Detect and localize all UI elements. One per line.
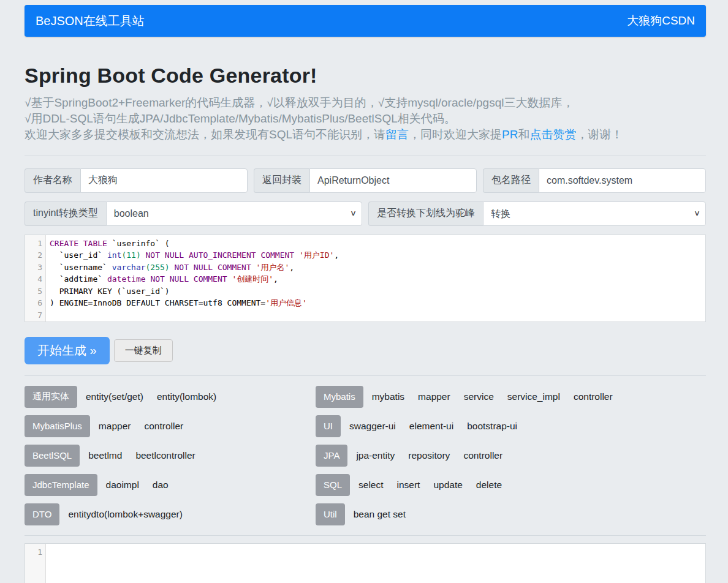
template-link[interactable]: insert xyxy=(397,480,420,491)
line-number: 3 xyxy=(25,261,42,274)
code-token: , xyxy=(334,250,339,260)
template-link[interactable]: service_impl xyxy=(507,391,560,402)
template-link[interactable]: mapper xyxy=(99,421,131,432)
code-token: , xyxy=(289,263,294,272)
description-text: ，同时欢迎大家提 xyxy=(409,128,502,141)
code-line: ) ENGINE=InnoDB DEFAULT CHARSET=utf8 COM… xyxy=(50,297,705,309)
tag-row: JdbcTemplatedaoimpldao xyxy=(25,474,316,496)
code-token: , xyxy=(273,274,278,284)
tag-row: 通用实体entity(set/get)entity(lombok) xyxy=(25,386,316,408)
donate-link[interactable]: 点击赞赏 xyxy=(529,128,576,141)
template-link[interactable]: entity(set/get) xyxy=(86,391,143,402)
group-badge: BeetlSQL xyxy=(25,445,80,467)
code-token: datetime xyxy=(107,274,146,284)
line-number-gutter: 1234567 xyxy=(25,235,46,322)
template-link[interactable]: delete xyxy=(476,480,502,491)
group-badge: MybatisPlus xyxy=(25,415,90,437)
tag-row: DTOentitydto(lombok+swagger) xyxy=(25,503,316,525)
camel-convert-select[interactable]: 转换 xyxy=(483,201,706,226)
description-line-1: √基于SpringBoot2+Freemarker的代码生成器，√以释放双手为目… xyxy=(25,95,706,111)
template-link[interactable]: element-ui xyxy=(409,421,453,432)
code-line: CREATE TABLE `userinfo` ( xyxy=(50,238,705,250)
template-link[interactable]: dao xyxy=(153,480,169,491)
hero-description: √基于SpringBoot2+Freemarker的代码生成器，√以释放双手为目… xyxy=(25,95,706,143)
navbar-brand-link[interactable]: BeJSON在线工具站 xyxy=(36,13,145,29)
code-line: PRIMARY KEY (`user_id`) xyxy=(50,285,705,298)
code-token xyxy=(294,250,299,260)
code-token: CREATE TABLE xyxy=(50,239,107,248)
divider xyxy=(25,156,706,156)
generate-button[interactable]: 开始生成 » xyxy=(25,337,110,364)
tinyint-type-select[interactable]: boolean xyxy=(106,201,362,226)
template-link[interactable]: controller xyxy=(574,391,613,402)
template-link[interactable]: controller xyxy=(144,421,183,432)
top-navbar: BeJSON在线工具站 大狼狗CSDN xyxy=(25,5,706,37)
code-token: '创建时间' xyxy=(232,274,273,284)
code-token: NOT NULL COMMENT xyxy=(150,274,227,284)
template-link[interactable]: service xyxy=(464,391,494,402)
action-buttons: 开始生成 » 一键复制 xyxy=(25,337,706,364)
sql-input-editor[interactable]: 1234567 CREATE TABLE `userinfo` ( `user_… xyxy=(25,235,706,322)
line-number: 1 xyxy=(25,546,42,559)
description-line-2: √用DDL-SQL语句生成JPA/JdbcTemplate/Mybatis/My… xyxy=(25,111,706,127)
output-code-editor[interactable]: 1 xyxy=(25,543,706,583)
template-link[interactable]: controller xyxy=(463,450,502,461)
template-link[interactable]: mybatis xyxy=(372,391,404,402)
code-line xyxy=(50,546,705,559)
group-badge: Util xyxy=(316,503,345,525)
tag-row: BeetlSQLbeetlmdbeetlcontroller xyxy=(25,445,316,467)
package-path-label: 包名路径 xyxy=(483,168,539,193)
code-line: `username` varchar(255) NOT NULL COMMENT… xyxy=(50,261,705,274)
template-link[interactable]: bean get set xyxy=(354,509,406,520)
code-token: ) ENGINE=InnoDB DEFAULT CHARSET=utf8 COM… xyxy=(50,298,265,307)
leave-message-link[interactable]: 留言 xyxy=(385,128,409,141)
pr-link[interactable]: PR xyxy=(502,128,518,141)
author-name-input[interactable] xyxy=(80,168,248,193)
package-path-input[interactable] xyxy=(539,168,706,193)
tag-row: JPAjpa-entityrepositorycontroller xyxy=(316,445,706,467)
template-link[interactable]: beetlmd xyxy=(88,450,122,461)
page-title: Spring Boot Code Generator! xyxy=(25,64,706,88)
code-token: '用户名' xyxy=(256,263,290,272)
author-name-label: 作者名称 xyxy=(25,168,80,193)
code-token: '用户信息' xyxy=(265,298,307,307)
template-link[interactable]: entitydto(lombok+swagger) xyxy=(68,509,183,520)
description-text: ，谢谢！ xyxy=(576,128,623,141)
code-token: NOT NULL AUTO_INCREMENT COMMENT xyxy=(146,250,295,260)
template-link[interactable]: select xyxy=(358,480,384,491)
line-number-gutter: 1 xyxy=(25,544,46,583)
line-number: 5 xyxy=(25,285,42,298)
group-badge: DTO xyxy=(25,503,59,525)
code-token: `user_id` xyxy=(50,250,107,260)
author-name-group: 作者名称 xyxy=(25,168,248,193)
template-link[interactable]: update xyxy=(433,480,462,491)
line-number: 6 xyxy=(25,297,42,309)
code-line: `addtime` datetime NOT NULL COMMENT '创建时… xyxy=(50,273,705,285)
template-link[interactable]: daoimpl xyxy=(106,480,139,491)
group-badge: SQL xyxy=(316,474,350,496)
hero-section: Spring Boot Code Generator! √基于SpringBoo… xyxy=(25,37,706,143)
line-number: 4 xyxy=(25,273,42,285)
template-link[interactable]: beetlcontroller xyxy=(135,450,195,461)
template-link[interactable]: swagger-ui xyxy=(349,421,396,432)
line-number: 7 xyxy=(25,309,42,322)
copy-button[interactable]: 一键复制 xyxy=(114,339,173,362)
return-wrapper-input[interactable] xyxy=(309,168,477,193)
template-link[interactable]: repository xyxy=(408,450,450,461)
sql-code-area[interactable]: CREATE TABLE `userinfo` ( `user_id` int(… xyxy=(46,235,705,322)
code-token xyxy=(141,250,146,260)
template-tag-groups: 通用实体entity(set/get)entity(lombok)Mybatis… xyxy=(25,386,706,525)
template-link[interactable]: mapper xyxy=(418,391,450,402)
tinyint-type-group: tinyint转换类型 boolean ∨ xyxy=(25,201,362,226)
template-link[interactable]: bootstrap-ui xyxy=(467,421,517,432)
code-line xyxy=(50,309,705,322)
code-token: NOT NULL COMMENT xyxy=(175,263,251,272)
code-token: PRIMARY KEY (`user_id`) xyxy=(50,287,170,296)
package-path-group: 包名路径 xyxy=(483,168,706,193)
tinyint-type-label: tinyint转换类型 xyxy=(25,201,106,226)
tag-row: UIswagger-uielement-uibootstrap-ui xyxy=(316,415,706,437)
navbar-right-link[interactable]: 大狼狗CSDN xyxy=(627,13,695,29)
output-code-area[interactable] xyxy=(46,544,705,583)
template-link[interactable]: entity(lombok) xyxy=(157,391,216,402)
template-link[interactable]: jpa-entity xyxy=(356,450,395,461)
